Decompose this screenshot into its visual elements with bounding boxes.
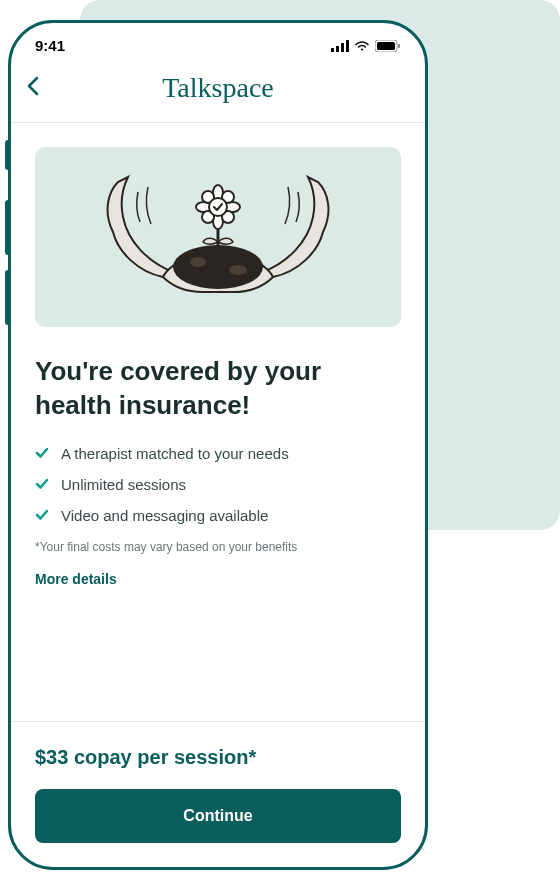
disclaimer-text: *Your final costs may vary based on your…	[35, 540, 401, 554]
benefit-text: Video and messaging available	[61, 507, 268, 524]
benefit-item: A therapist matched to your needs	[35, 445, 401, 462]
signal-icon	[331, 40, 349, 52]
check-icon	[35, 446, 49, 460]
svg-rect-6	[398, 44, 400, 48]
phone-frame: 9:41 Talkspace	[8, 20, 428, 870]
phone-side-button	[5, 270, 11, 325]
phone-side-button	[5, 140, 11, 170]
check-icon	[35, 508, 49, 522]
benefit-text: A therapist matched to your needs	[61, 445, 289, 462]
page-headline: You're covered by your health insurance!	[35, 355, 401, 423]
continue-button[interactable]: Continue	[35, 789, 401, 843]
benefits-list: A therapist matched to your needs Unlimi…	[35, 445, 401, 524]
check-icon	[35, 477, 49, 491]
svg-point-9	[229, 265, 247, 275]
battery-icon	[375, 40, 401, 52]
main-content: You're covered by your health insurance!…	[11, 123, 425, 588]
header: Talkspace	[11, 62, 425, 123]
status-icons	[331, 40, 401, 52]
footer: $33 copay per session* Continue	[11, 721, 425, 867]
svg-rect-3	[346, 40, 349, 52]
svg-point-8	[190, 257, 206, 267]
svg-rect-5	[377, 42, 395, 50]
brand-logo: Talkspace	[27, 72, 409, 104]
benefit-item: Unlimited sessions	[35, 476, 401, 493]
hands-plant-icon	[88, 162, 348, 312]
benefit-item: Video and messaging available	[35, 507, 401, 524]
hero-illustration	[35, 147, 401, 327]
svg-rect-0	[331, 48, 334, 52]
wifi-icon	[354, 40, 370, 52]
more-details-link[interactable]: More details	[35, 571, 117, 587]
svg-point-20	[209, 198, 227, 216]
back-button[interactable]	[27, 74, 39, 102]
phone-side-button	[5, 200, 11, 255]
status-time: 9:41	[35, 37, 65, 54]
status-bar: 9:41	[11, 23, 425, 62]
svg-rect-2	[341, 43, 344, 52]
svg-rect-1	[336, 46, 339, 52]
benefit-text: Unlimited sessions	[61, 476, 186, 493]
chevron-left-icon	[27, 76, 39, 96]
copay-text: $33 copay per session*	[35, 746, 401, 769]
